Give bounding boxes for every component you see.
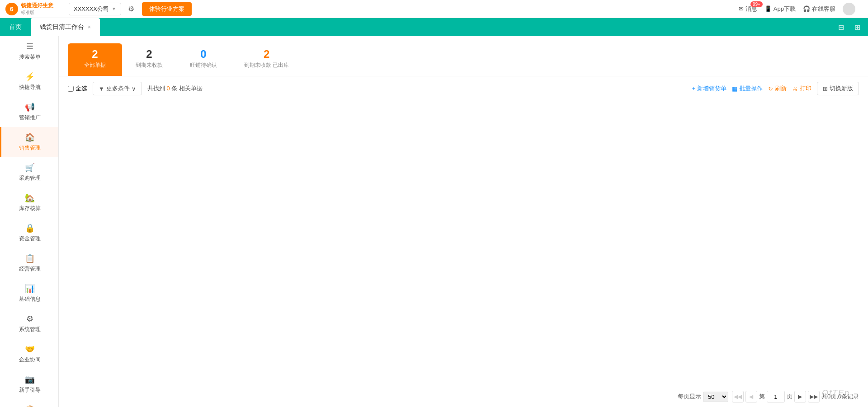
operations-icon: 📋: [25, 253, 35, 263]
user-avatar[interactable]: [843, 3, 855, 15]
select-all-checkbox[interactable]: 全选: [68, 84, 87, 93]
sidebar-item-quick-nav[interactable]: ⚡ 快捷导航: [0, 66, 58, 97]
page-size-selector: 每页显示 50 100 200: [678, 392, 728, 402]
minimize-icon[interactable]: ⊟: [835, 21, 847, 33]
main-layout: ☰ 搜索菜单 ⚡ 快捷导航 📢 营销推广 🏠 销售管理 🛒 采购管理 🏡 库存核…: [0, 36, 868, 407]
pagination: 每页显示 50 100 200 ◀◀ ◀ 第 页 ▶ ▶▶ 共0页,0条记录: [59, 386, 868, 407]
sidebar-item-operations[interactable]: 📋 经营管理: [0, 248, 58, 278]
app-download-icon: 📱: [764, 5, 772, 12]
stat-tab-pending[interactable]: 0 旺铺待确认: [176, 43, 231, 76]
maximize-icon[interactable]: ⊞: [851, 21, 863, 33]
sidebar-item-inventory[interactable]: 🏡 库存核算: [0, 187, 58, 218]
found-text: 共找到 0 条 相关单据: [147, 84, 203, 93]
message-button[interactable]: ✉ 消息 99+: [739, 5, 757, 13]
switch-new-version-button[interactable]: ⊞ 切换新版: [817, 82, 859, 95]
table-area: [59, 101, 868, 386]
basic-info-icon: 📊: [25, 284, 35, 294]
message-icon: ✉: [739, 5, 744, 12]
stat-tab-all[interactable]: 2 全部单据: [68, 43, 122, 76]
sidebar-item-marketing[interactable]: 📢 营销推广: [0, 97, 58, 127]
first-page-button[interactable]: ◀◀: [732, 391, 744, 402]
prev-page-button[interactable]: ◀: [745, 391, 757, 402]
stat-tab-overdue[interactable]: 2 到期未收款: [122, 43, 176, 76]
search-menu-icon: ☰: [26, 42, 33, 51]
online-service-button[interactable]: 🎧 在线客服: [803, 5, 835, 13]
watermark-text: OfTEn: [822, 388, 850, 398]
app-center-icon: 📦: [25, 405, 35, 407]
toolbar: 全选 ▼ 更多条件 ∨ 共找到 0 条 相关单据 + 新增销货单 ▦ 批量操作: [59, 76, 868, 101]
purchase-icon: 🛒: [25, 163, 35, 173]
tab-cash-daily[interactable]: 钱货日清工作台 ×: [31, 18, 100, 36]
add-sales-order-button[interactable]: + 新增销货单: [692, 84, 726, 93]
sales-icon: 🏠: [25, 132, 35, 142]
switch-icon: ⊞: [823, 85, 828, 92]
sidebar-item-cooperation[interactable]: 🤝 企业协同: [0, 339, 58, 369]
logo-area: 6 畅捷通好生意 标准版: [5, 2, 64, 16]
app-download-button[interactable]: 📱 App下载: [764, 5, 796, 13]
sidebar: ☰ 搜索菜单 ⚡ 快捷导航 📢 营销推广 🏠 销售管理 🛒 采购管理 🏡 库存核…: [0, 36, 59, 407]
quick-nav-icon: ⚡: [25, 72, 35, 82]
print-icon: 🖨: [792, 85, 798, 92]
stats-tabs: 2 全部单据 2 到期未收款 0 旺铺待确认 2 到期未收款 已出库: [59, 36, 868, 76]
top-bar: 6 畅捷通好生意 标准版 XXXXXX公司 ▼ ⚙ 体验行业方案 ✉ 消息 99…: [0, 0, 868, 18]
settings-icon[interactable]: ⚙: [125, 3, 137, 15]
print-button[interactable]: 🖨 打印: [792, 84, 811, 93]
refresh-icon: ↻: [768, 85, 773, 92]
tab-home[interactable]: 首页: [0, 18, 31, 36]
sidebar-item-sales[interactable]: 🏠 销售管理: [0, 127, 58, 157]
toolbar-right: + 新增销货单 ▦ 批量操作 ↻ 刷新 🖨 打印 ⊞ 切换新版: [692, 82, 859, 95]
next-page-button[interactable]: ▶: [794, 391, 806, 402]
filter-icon: ▼: [99, 85, 104, 92]
more-filter-button[interactable]: ▼ 更多条件 ∨: [93, 82, 142, 95]
tab-close-icon[interactable]: ×: [88, 24, 91, 30]
page-size-select-input[interactable]: 50 100 200: [703, 392, 728, 402]
filter-dropdown-icon: ∨: [132, 85, 136, 92]
content-area: 2 全部单据 2 到期未收款 0 旺铺待确认 2 到期未收款 已出库 全选: [59, 36, 868, 407]
system-icon: ⚙: [26, 314, 33, 324]
sidebar-item-search-menu[interactable]: ☰ 搜索菜单: [0, 36, 58, 66]
batch-icon: ▦: [732, 85, 737, 92]
sidebar-item-system[interactable]: ⚙ 系统管理: [0, 309, 58, 339]
marketing-icon: 📢: [25, 102, 35, 112]
sidebar-item-capital[interactable]: 🔒 资金管理: [0, 218, 58, 248]
nav-tabs: 首页 钱货日清工作台 × ⊟ ⊞: [0, 18, 868, 36]
capital-icon: 🔒: [25, 223, 35, 233]
logo-icon: 6: [5, 3, 18, 15]
message-badge: 99+: [750, 1, 763, 7]
page-number-input[interactable]: [767, 391, 785, 402]
headset-icon: 🎧: [803, 5, 810, 12]
top-right-actions: ✉ 消息 99+ 📱 App下载 🎧 在线客服: [739, 3, 863, 15]
sidebar-item-app-center[interactable]: 📦 应用中心: [0, 399, 58, 407]
experience-button[interactable]: 体验行业方案: [142, 2, 192, 16]
logo-text: 畅捷通好生意 标准版: [21, 2, 53, 16]
batch-operation-button[interactable]: ▦ 批量操作: [732, 84, 763, 93]
sidebar-item-basic-info[interactable]: 📊 基础信息: [0, 278, 58, 309]
last-page-button[interactable]: ▶▶: [808, 391, 820, 402]
stat-tab-shipped[interactable]: 2 到期未收款 已出库: [231, 43, 302, 76]
guide-icon: 📷: [25, 374, 35, 384]
sidebar-item-guide[interactable]: 📷 新手引导: [0, 369, 58, 399]
refresh-button[interactable]: ↻ 刷新: [768, 84, 787, 93]
select-all-input[interactable]: [68, 86, 74, 92]
inventory-icon: 🏡: [25, 193, 35, 203]
sidebar-item-purchase[interactable]: 🛒 采购管理: [0, 157, 58, 187]
company-selector[interactable]: XXXXXX公司 ▼: [69, 3, 121, 15]
nav-tab-actions: ⊟ ⊞: [835, 21, 868, 33]
company-dropdown-arrow: ▼: [112, 6, 116, 11]
cooperation-icon: 🤝: [25, 344, 35, 354]
